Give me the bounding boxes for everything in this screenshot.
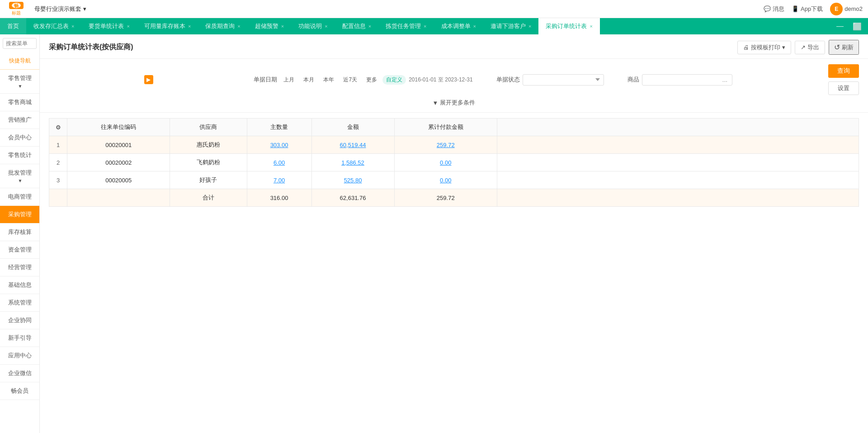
goods-input[interactable]: [642, 74, 732, 86]
row-paid-2[interactable]: 0.00: [394, 171, 497, 189]
nav-tab-close-3[interactable]: ×: [188, 24, 191, 29]
sidebar-item-12[interactable]: 系统管理: [0, 294, 39, 312]
app-download-button[interactable]: 📱 App下载: [792, 5, 823, 13]
nav-tab-label-10: 邀请下游客户: [491, 22, 526, 30]
sidebar-item-label-4: 零售统计: [8, 151, 32, 159]
nav-tab-7[interactable]: 配置信息×: [335, 18, 378, 34]
nav-tab-8[interactable]: 拣货任务管理×: [378, 18, 434, 34]
filter-row-1: ▶ 单据日期 上月 本月 本年 近7天 更多 自定义 2016-01-01 至 …: [49, 64, 859, 95]
nav-tab-close-6[interactable]: ×: [325, 24, 327, 29]
sidebar-item-16[interactable]: 企业微信: [0, 365, 39, 382]
sidebar-item-10[interactable]: 经营管理: [0, 259, 39, 276]
workspace-name: 母婴行业演示账套: [34, 5, 81, 13]
top-bar: 畅 标题 母婴行业演示账套 ▾ 💬 消息 📱 App下载 E demo2: [0, 0, 868, 18]
nav-tab-0[interactable]: 首页: [0, 18, 26, 34]
col-extra: [497, 119, 859, 136]
status-select[interactable]: [523, 74, 604, 86]
goods-search-icon[interactable]: ...: [722, 76, 728, 83]
sidebar-item-9[interactable]: 资金管理: [0, 241, 39, 259]
refresh-button[interactable]: ↺ 刷新: [829, 40, 859, 55]
user-profile[interactable]: E demo2: [830, 3, 863, 15]
nav-tab-6[interactable]: 功能说明×: [291, 18, 335, 34]
sidebar-item-13[interactable]: 企业协同: [0, 312, 39, 329]
maximize-button[interactable]: ⬜: [850, 21, 864, 32]
sidebar-item-15[interactable]: 应用中心: [0, 347, 39, 365]
row-amount-1[interactable]: 1,586.52: [311, 154, 394, 171]
nav-tab-close-1[interactable]: ×: [71, 24, 74, 29]
date-filter: 单据日期 上月 本月 本年 近7天 更多 自定义 2016-01-01 至 20…: [254, 75, 472, 85]
row-paid-0[interactable]: 259.72: [394, 136, 497, 154]
nav-tab-3[interactable]: 可用量库存账本×: [137, 18, 198, 34]
sidebar-item-0[interactable]: 零售管理▼: [0, 70, 39, 94]
nav-tab-close-9[interactable]: ×: [473, 24, 476, 29]
row-amount-0[interactable]: 60,519.44: [311, 136, 394, 154]
sidebar-item-quick-nav[interactable]: 快捷导航: [0, 52, 39, 70]
sidebar-item-label-5: 批发管理: [8, 169, 32, 177]
search-input[interactable]: [3, 38, 37, 49]
collapse-arrow[interactable]: ▶: [144, 75, 153, 84]
row-qty-1[interactable]: 6.00: [247, 154, 311, 171]
row-supplier-0: 惠氏奶粉: [170, 136, 247, 154]
row-amount-2[interactable]: 525.80: [311, 171, 394, 189]
export-button[interactable]: ↗ 导出: [795, 41, 825, 54]
nav-tab-close-5[interactable]: ×: [281, 24, 284, 29]
workspace-selector[interactable]: 母婴行业演示账套 ▾: [31, 3, 90, 15]
sidebar-item-5[interactable]: 批发管理▼: [0, 164, 39, 188]
query-button[interactable]: 查询: [828, 64, 859, 78]
minimize-button[interactable]: —: [834, 21, 846, 31]
print-button[interactable]: 🖨 按模板打印 ▾: [737, 41, 791, 54]
sidebar-item-3[interactable]: 会员中心: [0, 129, 39, 147]
sidebar-item-label-11: 基础信息: [8, 281, 32, 289]
sidebar-item-14[interactable]: 新手引导: [0, 329, 39, 347]
filter-area: ▶ 单据日期 上月 本月 本年 近7天 更多 自定义 2016-01-01 至 …: [40, 59, 868, 113]
shortcut-last-month[interactable]: 上月: [280, 75, 298, 85]
message-button[interactable]: 💬 消息: [764, 5, 784, 13]
col-gear: ⚙: [49, 119, 67, 136]
nav-tab-label-0: 首页: [7, 22, 19, 30]
expand-label: 展开更多条件: [440, 99, 475, 107]
message-label: 消息: [773, 5, 784, 13]
nav-tab-9[interactable]: 成本调整单×: [434, 18, 483, 34]
nav-tab-close-11[interactable]: ×: [590, 24, 592, 29]
sidebar-item-7[interactable]: 采购管理: [0, 206, 39, 224]
nav-tab-1[interactable]: 收发存汇总表×: [26, 18, 81, 34]
nav-tab-close-4[interactable]: ×: [237, 24, 240, 29]
shortcut-this-month[interactable]: 本月: [300, 75, 318, 85]
shortcut-7days[interactable]: 近7天: [340, 75, 361, 85]
sidebar-item-1[interactable]: 零售商城: [0, 94, 39, 111]
nav-tab-10[interactable]: 邀请下游客户×: [483, 18, 538, 34]
row-index-1: 2: [49, 154, 67, 171]
sidebar-item-label-12: 系统管理: [8, 299, 32, 307]
shortcut-more[interactable]: 更多: [363, 75, 381, 85]
nav-tab-close-10[interactable]: ×: [528, 24, 531, 29]
sidebar-item-label-1: 零售商城: [8, 98, 32, 106]
sidebar-item-label-6: 电商管理: [8, 193, 32, 201]
shortcut-this-year[interactable]: 本年: [320, 75, 338, 85]
sidebar-item-11[interactable]: 基础信息: [0, 276, 39, 294]
sidebar-item-2[interactable]: 营销推广: [0, 111, 39, 129]
nav-tab-2[interactable]: 要货单统计表×: [81, 18, 137, 34]
nav-tab-close-2[interactable]: ×: [127, 24, 129, 29]
sidebar: 快捷导航 零售管理▼零售商城营销推广会员中心零售统计批发管理▼电商管理采购管理库…: [0, 34, 40, 433]
print-label: 按模板打印: [751, 43, 780, 52]
nav-tab-label-6: 功能说明: [298, 22, 322, 30]
nav-tab-close-7[interactable]: ×: [368, 24, 371, 29]
gear-icon[interactable]: ⚙: [56, 124, 61, 131]
row-paid-1[interactable]: 0.00: [394, 154, 497, 171]
top-bar-left: 畅 标题 母婴行业演示账套 ▾: [5, 2, 90, 16]
settings-button[interactable]: 设置: [828, 81, 859, 95]
expand-more-btn[interactable]: ▼ 展开更多条件: [49, 99, 859, 107]
sidebar-item-6[interactable]: 电商管理: [0, 188, 39, 206]
row-qty-0[interactable]: 303.00: [247, 136, 311, 154]
sidebar-item-8[interactable]: 库存核算: [0, 224, 39, 241]
main-layout: 快捷导航 零售管理▼零售商城营销推广会员中心零售统计批发管理▼电商管理采购管理库…: [0, 34, 868, 433]
custom-date-tag[interactable]: 自定义: [382, 75, 406, 85]
nav-tab-close-8[interactable]: ×: [424, 24, 426, 29]
header-actions: 🖨 按模板打印 ▾ ↗ 导出 ↺ 刷新: [737, 40, 859, 55]
sidebar-item-4[interactable]: 零售统计: [0, 147, 39, 164]
nav-tab-11[interactable]: 采购订单统计表×: [538, 18, 599, 34]
row-qty-2[interactable]: 7.00: [247, 171, 311, 189]
sidebar-item-17[interactable]: 畅会员: [0, 382, 39, 400]
nav-tab-5[interactable]: 超储预警×: [248, 18, 291, 34]
nav-tab-4[interactable]: 保质期查询×: [198, 18, 247, 34]
